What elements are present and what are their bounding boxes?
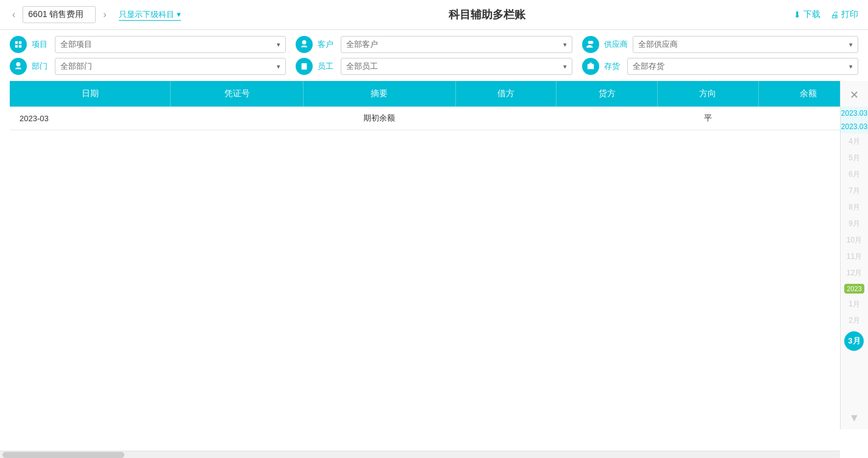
sidebar-month-item[interactable]: 7月 bbox=[844, 183, 864, 199]
svg-rect-3 bbox=[19, 45, 21, 48]
sidebar-month-item[interactable]: 5月 bbox=[844, 150, 864, 166]
table-area: 日期 凭证号 摘要 借方 贷方 方向 余额 2023-03 期初余额 平 bbox=[10, 81, 858, 429]
customer-label: 客户 bbox=[318, 39, 336, 50]
scroll-thumb[interactable] bbox=[2, 452, 124, 458]
inventory-label: 存货 bbox=[604, 61, 622, 72]
sidebar-month-item[interactable]: 2月 bbox=[844, 312, 864, 329]
col-voucher: 凭证号 bbox=[171, 81, 303, 107]
chevron-down-icon: ▾ bbox=[563, 41, 567, 49]
cell-credit bbox=[557, 107, 658, 130]
project-filter: 项目 全部项目 ▾ bbox=[10, 36, 286, 53]
col-date: 日期 bbox=[10, 81, 171, 107]
horizontal-scrollbar[interactable] bbox=[0, 451, 840, 458]
department-filter: 部门 全部部门 ▾ bbox=[10, 58, 286, 75]
download-button[interactable]: ⬇ 下载 bbox=[794, 9, 820, 20]
cell-voucher bbox=[171, 107, 303, 130]
customer-icon bbox=[296, 36, 313, 53]
col-summary: 摘要 bbox=[303, 81, 455, 107]
year-badge[interactable]: 2023 bbox=[844, 284, 864, 294]
col-direction: 方向 bbox=[658, 81, 759, 107]
next-account-button[interactable]: › bbox=[101, 8, 108, 21]
right-sidebar: ✕ 2023.03 2023.03 4月5月6月7月8月9月10月11月12月2… bbox=[840, 81, 868, 429]
employee-filter: 员工 全部员工 ▾ bbox=[296, 58, 572, 75]
sidebar-month-item[interactable]: 9月 bbox=[844, 216, 864, 232]
employee-select[interactable]: 全部员工 ▾ bbox=[341, 58, 572, 75]
sidebar-active-month[interactable]: 3月 bbox=[844, 331, 864, 351]
sidebar-month-item[interactable]: 10月 bbox=[844, 232, 864, 248]
inventory-filter: 存货 全部存货 ▾ bbox=[582, 58, 858, 75]
employee-label: 员工 bbox=[318, 61, 336, 72]
supplier-filter: 供应商 全部供应商 ▾ bbox=[582, 36, 858, 53]
chevron-down-icon: ▾ bbox=[277, 63, 280, 71]
department-icon bbox=[10, 58, 27, 75]
project-label: 项目 bbox=[32, 39, 50, 50]
chevron-down-icon: ▾ bbox=[563, 63, 567, 71]
sidebar-month-item[interactable]: 6月 bbox=[844, 166, 864, 183]
page-title: 科目辅助多栏账 bbox=[186, 7, 789, 22]
project-select[interactable]: 全部项目 ▾ bbox=[55, 36, 286, 53]
cell-date: 2023-03 bbox=[10, 107, 171, 130]
sidebar-period-1[interactable]: 2023.03 bbox=[840, 107, 868, 120]
svg-point-5 bbox=[590, 41, 593, 44]
sidebar-month-item[interactable]: 12月 bbox=[844, 265, 864, 281]
sidebar-down-icon[interactable]: ▼ bbox=[847, 409, 863, 427]
employee-icon bbox=[296, 58, 313, 75]
chevron-down-icon: ▾ bbox=[177, 10, 181, 19]
table-row[interactable]: 2023-03 期初余额 平 bbox=[10, 107, 858, 130]
customer-select[interactable]: 全部客户 ▾ bbox=[341, 36, 572, 53]
cell-direction: 平 bbox=[658, 107, 759, 130]
chevron-down-icon: ▾ bbox=[277, 41, 280, 49]
svg-rect-0 bbox=[15, 41, 18, 44]
print-button[interactable]: 🖨 打印 bbox=[830, 9, 858, 20]
department-label: 部门 bbox=[32, 61, 50, 72]
cell-summary: 期初余额 bbox=[303, 107, 455, 130]
svg-rect-1 bbox=[19, 41, 21, 44]
sidebar-month-item[interactable]: 1月 bbox=[844, 296, 864, 312]
department-select[interactable]: 全部部门 ▾ bbox=[55, 58, 286, 75]
supplier-icon bbox=[582, 36, 599, 53]
data-table: 日期 凭证号 摘要 借方 贷方 方向 余额 2023-03 期初余额 平 bbox=[10, 81, 858, 130]
inventory-select[interactable]: 全部存货 ▾ bbox=[627, 58, 858, 75]
supplier-select[interactable]: 全部供应商 ▾ bbox=[633, 36, 858, 53]
chevron-down-icon: ▾ bbox=[849, 63, 853, 71]
project-icon bbox=[10, 36, 27, 53]
svg-rect-6 bbox=[302, 63, 307, 70]
download-icon: ⬇ bbox=[794, 10, 801, 19]
sidebar-period-2[interactable]: 2023.03 bbox=[840, 120, 868, 133]
show-sub-button[interactable]: 只显示下级科目 ▾ bbox=[119, 9, 181, 21]
print-icon: 🖨 bbox=[830, 10, 839, 19]
sidebar-month-item[interactable]: 11月 bbox=[844, 248, 864, 265]
customer-filter: 客户 全部客户 ▾ bbox=[296, 36, 572, 53]
cell-debit bbox=[455, 107, 557, 130]
sidebar-month-item[interactable]: 8月 bbox=[844, 199, 864, 216]
sidebar-month-item[interactable]: 4月 bbox=[844, 133, 864, 150]
inventory-icon bbox=[582, 58, 599, 75]
svg-rect-2 bbox=[15, 45, 18, 48]
prev-account-button[interactable]: ‹ bbox=[10, 8, 18, 21]
chevron-down-icon: ▾ bbox=[849, 41, 853, 49]
sidebar-close-icon[interactable]: ✕ bbox=[845, 83, 864, 107]
supplier-label: 供应商 bbox=[604, 39, 628, 50]
account-label: 6601 销售费用 bbox=[23, 6, 96, 23]
col-debit: 借方 bbox=[455, 81, 557, 107]
col-credit: 贷方 bbox=[557, 81, 658, 107]
